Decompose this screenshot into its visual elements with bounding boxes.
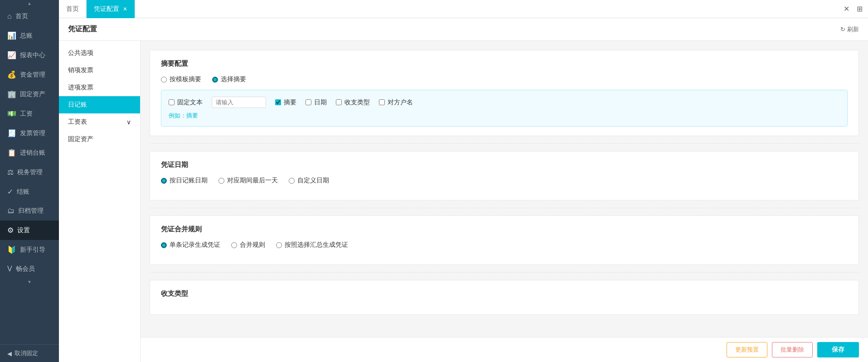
sidebar-item-assets[interactable]: 🏢 固定资产 xyxy=(0,84,59,104)
update-preview-button[interactable]: 更新预置 xyxy=(727,342,767,357)
radio-journal-date[interactable]: 按日记账日期 xyxy=(161,176,208,185)
radio-last-day-input[interactable] xyxy=(218,178,224,184)
checkbox-counterparty[interactable]: 对方户名 xyxy=(379,98,413,107)
fixed-text-input[interactable] xyxy=(212,97,266,108)
left-nav-fixed-assets[interactable]: 固定资产 xyxy=(59,131,140,148)
sidebar-item-payroll[interactable]: 💵 工资 xyxy=(0,104,59,123)
checkbox-summary[interactable]: 摘要 xyxy=(275,98,296,107)
radio-custom-date-input[interactable] xyxy=(289,178,295,184)
summary-example-hint: 例如：摘要 xyxy=(169,112,840,120)
left-nav-purchase-inv[interactable]: 进项发票 xyxy=(59,79,140,96)
checkbox-expense-type[interactable]: 收支类型 xyxy=(336,98,370,107)
radio-merge[interactable]: 合并规则 xyxy=(231,241,265,249)
sidebar-item-settings[interactable]: ⚙ 设置 xyxy=(0,220,59,240)
checkbox-expense-type-input[interactable] xyxy=(336,99,342,105)
left-nav-journal-label: 日记账 xyxy=(68,101,87,109)
sidebar-item-vip[interactable]: V 畅会员 xyxy=(0,259,59,279)
divider-1 xyxy=(150,143,859,144)
radio-single-input[interactable] xyxy=(161,242,167,248)
summary-radio-group: 按模板摘要 选择摘要 xyxy=(161,75,848,83)
checkbox-fixed-text-input[interactable] xyxy=(169,99,175,105)
sidebar-item-archive[interactable]: 🗂 归档管理 xyxy=(0,201,59,220)
sidebar-item-payroll-label: 工资 xyxy=(20,110,33,118)
payroll-icon: 💵 xyxy=(7,109,16,118)
cancel-pin-button[interactable]: ◀ 取消固定 xyxy=(0,344,59,362)
tab-bar-actions: ✕ ⊞ xyxy=(842,3,868,15)
tab-voucher[interactable]: 凭证配置 ✕ xyxy=(87,0,135,18)
radio-select-merge-input[interactable] xyxy=(276,242,282,248)
sidebar-item-settlement[interactable]: ✓ 结账 xyxy=(0,182,59,201)
summary-radio-template-label: 按模板摘要 xyxy=(170,75,201,83)
refresh-button[interactable]: ↻ 刷新 xyxy=(840,25,859,34)
radio-single[interactable]: 单条记录生成凭证 xyxy=(161,241,220,249)
radio-custom-date-label: 自定义日期 xyxy=(297,176,329,185)
divider-2 xyxy=(150,208,859,208)
close-window-button[interactable]: ✕ xyxy=(842,3,851,15)
sidebar-item-invoice-label: 发票管理 xyxy=(20,129,45,137)
sidebar-item-home-label: 首页 xyxy=(15,12,28,20)
checkbox-date[interactable]: 日期 xyxy=(305,98,327,107)
radio-last-day[interactable]: 对应期间最后一天 xyxy=(218,176,278,185)
checkbox-fixed-text[interactable]: 固定文本 xyxy=(169,98,203,107)
tab-voucher-label: 凭证配置 xyxy=(94,5,119,13)
sidebar-scroll-down[interactable]: ▼ xyxy=(0,279,59,285)
sidebar-item-tax-label: 税务管理 xyxy=(17,168,43,176)
radio-merge-input[interactable] xyxy=(231,242,237,248)
tab-home[interactable]: 首页 xyxy=(59,0,87,18)
tax-icon: ⚖ xyxy=(7,168,14,176)
archive-icon: 🗂 xyxy=(7,207,15,215)
sidebar-item-home[interactable]: ⌂ 首页 xyxy=(0,7,59,26)
radio-last-day-label: 对应期间最后一天 xyxy=(227,176,278,185)
left-nav-journal[interactable]: 日记账 xyxy=(59,96,140,113)
radio-merge-label: 合并规则 xyxy=(240,241,265,249)
settlement-icon: ✓ xyxy=(7,187,13,196)
left-nav: 公共选项 销项发票 进项发票 日记账 工资表 ∨ 固定资产 xyxy=(59,41,141,362)
sidebar-item-invoice[interactable]: 🧾 发票管理 xyxy=(0,123,59,143)
summary-radio-select-input[interactable] xyxy=(212,77,218,83)
summary-radio-template-input[interactable] xyxy=(161,77,167,83)
radio-journal-date-input[interactable] xyxy=(161,178,167,184)
sidebar-item-report[interactable]: 📈 报表中心 xyxy=(0,45,59,65)
batch-delete-button[interactable]: 批量删除 xyxy=(772,342,813,357)
tab-voucher-close[interactable]: ✕ xyxy=(123,6,127,12)
refresh-label: 刷新 xyxy=(847,25,859,34)
sidebar-item-ledger[interactable]: 📊 总账 xyxy=(0,26,59,45)
voucher-date-title: 凭证日期 xyxy=(161,161,848,169)
left-nav-payroll-table-label: 工资表 xyxy=(68,118,87,126)
radio-custom-date[interactable]: 自定义日期 xyxy=(289,176,329,185)
voucher-date-section: 凭证日期 按日记账日期 对应期间最后一天 自定义日期 xyxy=(150,151,859,201)
left-nav-public[interactable]: 公共选项 xyxy=(59,44,140,62)
sidebar-item-guide[interactable]: 🔰 新手引导 xyxy=(0,240,59,259)
assets-icon: 🏢 xyxy=(7,90,16,98)
sidebar-item-tax[interactable]: ⚖ 税务管理 xyxy=(0,162,59,182)
maximize-window-button[interactable]: ⊞ xyxy=(855,3,864,15)
summary-radio-template[interactable]: 按模板摘要 xyxy=(161,75,201,83)
sidebar-scroll-up[interactable]: ▲ xyxy=(0,0,59,7)
summary-options-box: 固定文本 摘要 日期 xyxy=(161,90,848,127)
sidebar-item-settings-label: 设置 xyxy=(17,226,30,235)
sidebar-item-settlement-label: 结账 xyxy=(17,188,29,196)
summary-radio-select[interactable]: 选择摘要 xyxy=(212,75,246,83)
radio-single-label: 单条记录生成凭证 xyxy=(170,241,220,249)
sidebar-item-archive-label: 归档管理 xyxy=(18,207,44,215)
summary-config-section: 摘要配置 按模板摘要 选择摘要 xyxy=(150,50,859,136)
sidebar-item-purchase[interactable]: 📋 进销台账 xyxy=(0,143,59,162)
settings-icon: ⚙ xyxy=(7,226,14,235)
divider-3 xyxy=(150,272,859,273)
checkbox-counterparty-input[interactable] xyxy=(379,99,385,105)
save-button[interactable]: 保存 xyxy=(817,342,859,357)
vip-icon: V xyxy=(7,265,12,273)
left-nav-sales[interactable]: 销项发票 xyxy=(59,62,140,79)
left-nav-purchase-inv-label: 进项发票 xyxy=(68,83,93,92)
radio-select-merge[interactable]: 按照选择汇总生成凭证 xyxy=(276,241,348,249)
home-icon: ⌂ xyxy=(7,12,12,20)
checkbox-summary-input[interactable] xyxy=(275,99,281,105)
left-nav-sales-label: 销项发票 xyxy=(68,66,93,74)
sidebar-item-funds[interactable]: 💰 资金管理 xyxy=(0,65,59,84)
page-header: 凭证配置 ↻ 刷新 xyxy=(59,18,868,41)
checkbox-date-input[interactable] xyxy=(305,99,311,105)
sidebar-item-assets-label: 固定资产 xyxy=(20,90,45,98)
sidebar-item-funds-label: 资金管理 xyxy=(20,71,45,79)
income-expense-title: 收支类型 xyxy=(161,289,848,298)
left-nav-payroll-table[interactable]: 工资表 ∨ xyxy=(59,113,140,131)
